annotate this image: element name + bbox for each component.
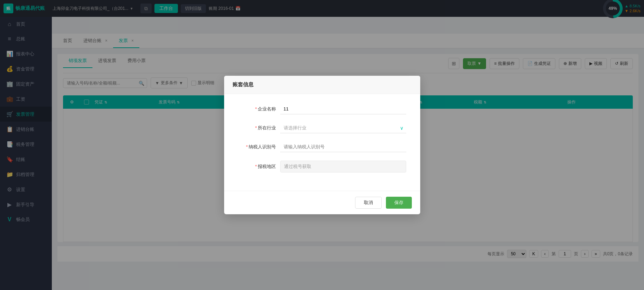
form-row-tax-region: *报税地区 通过税号获取 — [238, 161, 406, 173]
modal-header: 账套信息 — [224, 76, 420, 94]
company-name-label: *企业名称 — [238, 106, 280, 112]
industry-label: *所在行业 — [238, 125, 280, 131]
cancel-button[interactable]: 取消 — [355, 197, 382, 209]
modal-overlay[interactable]: 账套信息 *企业名称 *所在行业 请选择行业 ∨ — [0, 0, 644, 290]
company-name-input[interactable] — [280, 104, 406, 114]
industry-select-wrap: 请选择行业 ∨ — [280, 123, 406, 133]
account-info-modal: 账套信息 *企业名称 *所在行业 请选择行业 ∨ — [224, 76, 420, 214]
form-row-industry: *所在行业 请选择行业 ∨ — [238, 123, 406, 133]
save-button[interactable]: 保存 — [386, 197, 412, 209]
tax-region-disabled: 通过税号获取 — [280, 161, 406, 173]
tax-id-input[interactable] — [280, 142, 406, 152]
industry-select[interactable]: 请选择行业 — [280, 123, 406, 133]
tax-region-label: *报税地区 — [238, 163, 280, 170]
modal-title: 账套信息 — [233, 81, 254, 87]
select-arrow-icon: ∨ — [400, 125, 403, 131]
form-row-tax-id: *纳税人识别号 — [238, 142, 406, 152]
modal-footer: 取消 保存 — [224, 191, 420, 214]
form-row-company: *企业名称 — [238, 104, 406, 114]
tax-id-label: *纳税人识别号 — [238, 144, 280, 150]
modal-body: *企业名称 *所在行业 请选择行业 ∨ *纳税人识别号 — [224, 94, 420, 191]
